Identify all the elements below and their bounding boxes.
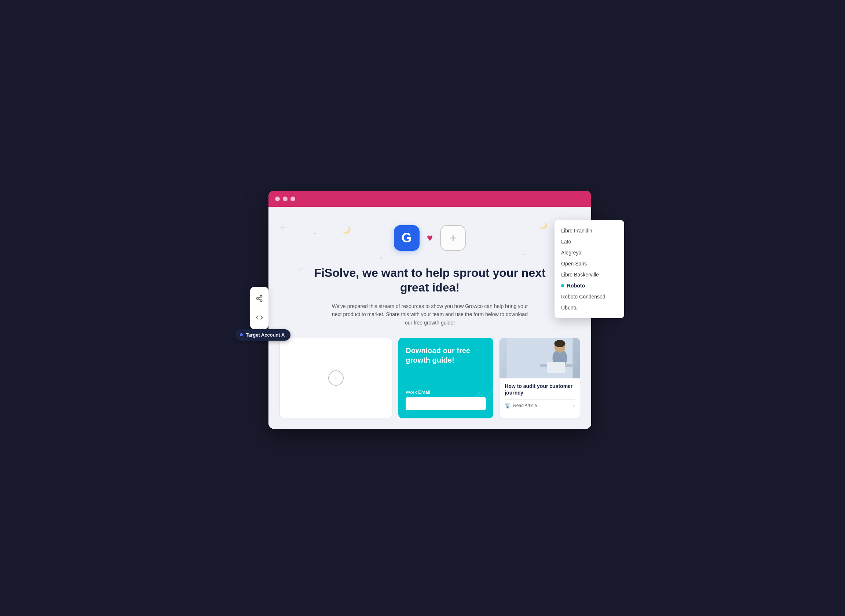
hero-section: FiSolve, we want to help sprout your nex… <box>268 265 591 327</box>
font-dropdown: Libre Franklin Lato Alegreya Open Sans L… <box>555 220 624 318</box>
font-item-lato[interactable]: Lato <box>555 236 624 247</box>
hero-subtitle: We've prepared this stream of resources … <box>331 302 529 327</box>
read-article-label: Read Article <box>513 403 537 408</box>
browser-window: + + + + ↗ ↗ 🌙 🌙 ✦ G ♥ + FiSolve, we want <box>268 191 591 429</box>
read-article-link[interactable]: 📡 Read Article › <box>505 399 575 408</box>
code-icon[interactable] <box>254 312 265 323</box>
plus-icon: + <box>450 231 456 245</box>
traffic-light-3 <box>290 197 295 201</box>
share-icon[interactable] <box>254 293 265 304</box>
browser-content: + + + + ↗ ↗ 🌙 🌙 ✦ G ♥ + FiSolve, we want <box>268 207 591 429</box>
article-image <box>500 338 580 378</box>
empty-card[interactable]: + <box>279 338 392 418</box>
svg-rect-8 <box>547 362 566 373</box>
work-email-input[interactable] <box>406 397 486 410</box>
browser-titlebar <box>268 191 591 207</box>
growth-form: Work Email <box>406 389 486 410</box>
growth-card-title: Download our free growth guide! <box>406 346 486 365</box>
plus-icon: + <box>334 373 339 383</box>
chevron-right-icon: › <box>573 403 575 408</box>
work-email-label: Work Email <box>406 389 486 395</box>
heart-icon: ♥ <box>427 232 433 244</box>
article-body: How to audit your customer journey 📡 Rea… <box>500 378 580 418</box>
font-roboto-label: Roboto <box>567 283 585 289</box>
font-item-libre-franklin[interactable]: Libre Franklin <box>555 225 624 236</box>
font-item-ubuntu[interactable]: Ubuntu <box>555 302 624 313</box>
header-area: G ♥ + <box>268 207 591 265</box>
traffic-lights <box>275 197 295 201</box>
svg-line-12 <box>258 299 260 300</box>
traffic-light-1 <box>275 197 280 201</box>
svg-point-7 <box>555 340 566 347</box>
svg-line-13 <box>258 297 260 298</box>
grammarly-letter: G <box>402 230 412 246</box>
target-account-label: Target Account A <box>246 332 285 338</box>
font-item-open-sans[interactable]: Open Sans <box>555 258 624 269</box>
target-account-badge[interactable]: Target Account A <box>235 329 290 341</box>
target-dot <box>240 333 243 336</box>
svg-point-10 <box>257 298 258 299</box>
add-integration-button[interactable]: + <box>440 225 466 251</box>
cards-row: + Download our free growth guide! <box>268 327 591 418</box>
growth-guide-card: Download our free growth guide! Work Ema… <box>398 338 493 418</box>
traffic-light-2 <box>283 197 288 201</box>
scene: + + + + ↗ ↗ 🌙 🌙 ✦ G ♥ + FiSolve, we want <box>239 176 606 440</box>
font-active-indicator <box>561 284 564 287</box>
font-item-roboto-condensed[interactable]: Roboto Condensed <box>555 291 624 302</box>
hero-title: FiSolve, we want to help sprout your nex… <box>305 265 555 295</box>
read-icon: 📡 <box>505 403 511 408</box>
grammarly-logo: G <box>394 225 420 251</box>
font-item-libre-baskerville[interactable]: Libre Baskerville <box>555 269 624 280</box>
add-content-button[interactable]: + <box>328 370 344 386</box>
svg-point-9 <box>260 296 262 297</box>
sidebar-panel <box>250 287 268 329</box>
svg-point-11 <box>260 299 262 301</box>
font-item-alegreya[interactable]: Alegreya <box>555 247 624 258</box>
article-card: How to audit your customer journey 📡 Rea… <box>499 338 580 418</box>
article-title: How to audit your customer journey <box>505 383 575 396</box>
font-item-roboto[interactable]: Roboto <box>555 280 624 291</box>
